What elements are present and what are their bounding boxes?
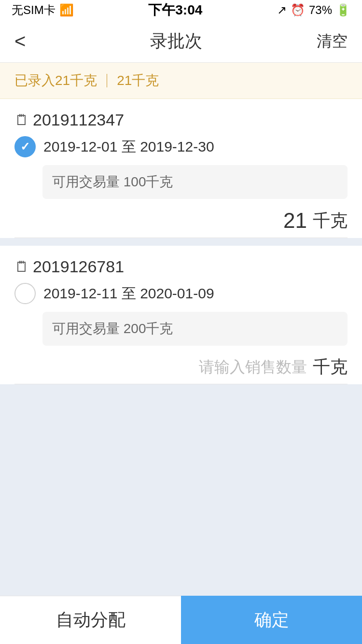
recorded-label: 已录入21千克 xyxy=(14,71,97,90)
battery-icon: 🔋 xyxy=(336,3,350,17)
carrier-text: 无SIM卡 xyxy=(12,2,56,18)
banner-divider xyxy=(107,74,107,87)
footer: 自动分配 确定 xyxy=(0,596,362,644)
batch2-doc-icon: 🗒 xyxy=(14,259,29,275)
status-left: 无SIM卡 📶 xyxy=(12,2,74,18)
batch2-input-placeholder[interactable]: 请输入销售数量 xyxy=(14,357,307,378)
batch1-quantity-unit: 千克 xyxy=(313,209,348,233)
batch2-date: 2019-12-11 至 2020-01-09 xyxy=(43,284,214,304)
batch2-id: 2019126781 xyxy=(33,257,124,276)
location-icon: ↗ xyxy=(277,3,287,17)
clear-button[interactable]: 清空 xyxy=(309,31,348,52)
batch1-doc-icon: 🗒 xyxy=(14,112,29,128)
batch1-date-row: 2019-12-01 至 2019-12-30 xyxy=(14,136,348,157)
recorded-amount: 21千克 xyxy=(117,71,159,90)
batch1-radio[interactable] xyxy=(14,136,36,157)
batch1-id: 2019112347 xyxy=(33,111,124,129)
back-button[interactable]: < xyxy=(14,30,43,52)
page-title: 录批次 xyxy=(43,29,309,53)
batch1-container: 🗒 2019112347 2019-12-01 至 2019-12-30 可用交… xyxy=(0,99,362,238)
batch2-header: 🗒 2019126781 xyxy=(14,257,348,276)
wifi-icon: 📶 xyxy=(59,3,74,17)
batch2-radio[interactable] xyxy=(14,283,36,304)
batch1-item: 🗒 2019112347 2019-12-01 至 2019-12-30 xyxy=(0,99,362,157)
nav-bar: < 录批次 清空 xyxy=(0,20,362,63)
status-right: ↗ ⏰ 73% 🔋 xyxy=(277,3,350,17)
batch1-quantity-value: 21 xyxy=(283,209,307,233)
battery-text: 73% xyxy=(309,3,332,17)
alarm-icon: ⏰ xyxy=(291,3,305,17)
batch2-input-row[interactable]: 请输入销售数量 千克 xyxy=(0,346,362,384)
batch1-available: 可用交易量 100千克 xyxy=(42,165,348,199)
batch1-quantity-row: 21 千克 xyxy=(0,199,362,238)
recorded-banner: 已录入21千克 21千克 xyxy=(0,63,362,99)
section-divider xyxy=(0,238,362,246)
batch2-container: 🗒 2019126781 2019-12-11 至 2020-01-09 可用交… xyxy=(0,246,362,384)
batch2-unit: 千克 xyxy=(313,355,348,379)
batch2-item: 🗒 2019126781 2019-12-11 至 2020-01-09 xyxy=(0,246,362,304)
auto-distribute-button[interactable]: 自动分配 xyxy=(0,596,181,644)
confirm-button[interactable]: 确定 xyxy=(181,596,362,644)
batch2-date-row: 2019-12-11 至 2020-01-09 xyxy=(14,283,348,304)
batch1-date: 2019-12-01 至 2019-12-30 xyxy=(43,137,214,157)
batch2-available: 可用交易量 200千克 xyxy=(42,312,348,346)
status-bar: 无SIM卡 📶 下午3:04 ↗ ⏰ 73% 🔋 xyxy=(0,0,362,20)
batch1-header: 🗒 2019112347 xyxy=(14,111,348,129)
status-time: 下午3:04 xyxy=(74,1,277,19)
